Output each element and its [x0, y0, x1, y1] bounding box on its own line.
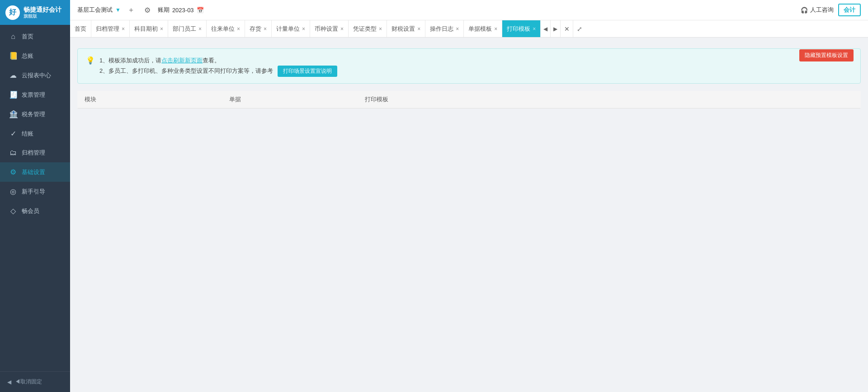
sidebar-item-general-ledger[interactable]: 📒总账: [0, 46, 70, 66]
tab-label-home: 首页: [75, 25, 86, 33]
tab-dept-staff[interactable]: 部门员工 ×: [168, 20, 207, 38]
sidebar-icon-invoice: 🧾: [9, 90, 17, 99]
tab-close-dept-staff[interactable]: ×: [198, 26, 202, 32]
col-print-template: 打印模板: [358, 91, 861, 108]
tab-close-counterparty[interactable]: ×: [237, 26, 240, 32]
tab-unit[interactable]: 计量单位 ×: [272, 20, 310, 38]
print-scene-button[interactable]: 打印场景设置宣说明: [278, 66, 337, 77]
data-table: 模块 单据 打印模板: [77, 91, 861, 109]
tab-close-tax-settings[interactable]: ×: [417, 26, 420, 32]
unpin-icon: ◀: [7, 379, 11, 385]
kuaiji-button[interactable]: 会计: [838, 4, 861, 16]
top-header: 基层工会测试 ▼ ＋ ⚙ 账期 2023-03 📅 🎧 人工咨询 会计: [70, 0, 868, 20]
notice-content: 1、模板添加成功后，请点击刷新新页面查看。 2、多员工、多打印机、多种业务类型设…: [99, 55, 852, 77]
sidebar-label-basic-settings: 基础设置: [22, 168, 45, 176]
sidebar-item-closing[interactable]: ✓结账: [0, 124, 70, 143]
hide-preview-button[interactable]: 隐藏预置模板设置: [799, 49, 854, 61]
tab-operation-log[interactable]: 操作日志 ×: [425, 20, 464, 38]
logo-text: 畅捷通好会计 旗舰版: [24, 6, 61, 19]
sidebar-item-guide[interactable]: ◎新手引导: [0, 182, 70, 201]
add-tab-button[interactable]: ＋: [125, 4, 137, 16]
sidebar-label-invoice: 发票管理: [22, 91, 45, 99]
tab-label-currency: 币种设置: [315, 25, 338, 33]
notice-icon: 💡: [86, 56, 95, 65]
tab-bar: 首页归档管理 ×科目期初 ×部门员工 ×往来单位 ×存货 ×计量单位 ×币种设置…: [70, 20, 868, 38]
tab-subject-period[interactable]: 科目期初 ×: [130, 20, 168, 38]
tab-label-voucher-type: 凭证类型: [353, 25, 377, 33]
kuaiji-label: 会计: [844, 6, 855, 13]
notice-line2-prefix: 2、多员工、多打印机、多种业务类型设置不同打印方案等，请参考: [99, 67, 273, 74]
sidebar-label-guide: 新手引导: [22, 188, 45, 196]
content-area: 隐藏预置模板设置 💡 1、模板添加成功后，请点击刷新新页面查看。 2、多员工、多…: [70, 38, 868, 392]
sidebar-label-reports: 云报表中心: [22, 71, 51, 80]
sidebar-icon-closing: ✓: [9, 129, 17, 138]
sidebar-item-invoice[interactable]: 🧾发票管理: [0, 85, 70, 104]
header-right: 🎧 人工咨询 会计: [801, 4, 861, 16]
tab-label-inventory: 存货: [250, 25, 261, 33]
logo-icon: 好: [5, 5, 20, 20]
notice-line1-link[interactable]: 点击刷新新页面: [161, 57, 203, 64]
sidebar-label-closing: 结账: [22, 130, 33, 138]
sidebar-item-member[interactable]: ◇畅会员: [0, 201, 70, 221]
tab-close-print-template[interactable]: ×: [533, 26, 536, 32]
tab-counterparty[interactable]: 往来单位 ×: [207, 20, 245, 38]
tab-label-subject-period: 科目期初: [134, 25, 158, 33]
tab-label-unit: 计量单位: [276, 25, 300, 33]
tab-close-all[interactable]: ✕: [561, 20, 573, 38]
tab-label-dept-staff: 部门员工: [173, 25, 196, 33]
sidebar-icon-reports: ☁: [9, 71, 17, 80]
sidebar-icon-home: ⌂: [9, 33, 17, 41]
tab-close-operation-log[interactable]: ×: [456, 26, 459, 32]
tab-close-single-template[interactable]: ×: [494, 26, 497, 32]
sidebar-item-basic-settings[interactable]: ⚙基础设置: [0, 162, 70, 182]
tab-print-template[interactable]: 打印模板 ×: [502, 20, 541, 38]
table-header: 模块 单据 打印模板: [77, 91, 861, 109]
content-wrapper: 隐藏预置模板设置 💡 1、模板添加成功后，请点击刷新新页面查看。 2、多员工、多…: [77, 45, 861, 109]
tab-single-template[interactable]: 单据模板 ×: [464, 20, 502, 38]
tab-close-subject-period[interactable]: ×: [160, 26, 163, 32]
col-document: 单据: [222, 91, 358, 108]
tab-close-archive-mgr[interactable]: ×: [122, 26, 125, 32]
sidebar-logo: 好 畅捷通好会计 旗舰版: [0, 0, 70, 25]
service-label: 人工咨询: [810, 6, 834, 14]
tab-close-currency[interactable]: ×: [340, 26, 344, 32]
tab-close-unit[interactable]: ×: [302, 26, 305, 32]
sidebar-item-reports[interactable]: ☁云报表中心: [0, 66, 70, 85]
sidebar-item-archive[interactable]: 🗂归档管理: [0, 143, 70, 162]
tab-tax-settings[interactable]: 财税设置 ×: [387, 20, 425, 38]
sidebar-item-home[interactable]: ⌂首页: [0, 27, 70, 46]
tab-currency[interactable]: 币种设置 ×: [310, 20, 349, 38]
calendar-icon[interactable]: 📅: [197, 7, 204, 14]
tab-close-voucher-type[interactable]: ×: [379, 26, 382, 32]
tab-inventory[interactable]: 存货 ×: [245, 20, 272, 38]
company-selector[interactable]: 基层工会测试 ▼: [77, 6, 121, 14]
company-dropdown-icon: ▼: [115, 7, 121, 13]
unpin-button[interactable]: ◀ ◀取消固定: [0, 371, 70, 392]
sidebar-label-tax: 税务管理: [22, 110, 45, 118]
period-info: 账期 2023-03 📅: [158, 6, 204, 14]
tab-voucher-type[interactable]: 凭证类型 ×: [349, 20, 387, 38]
sidebar-label-general-ledger: 总账: [22, 52, 33, 60]
sidebar-item-tax[interactable]: 🏦税务管理: [0, 104, 70, 124]
service-button[interactable]: 🎧 人工咨询: [801, 6, 834, 14]
unpin-label: ◀取消固定: [15, 378, 42, 386]
period-label: 账期: [158, 6, 170, 14]
company-name: 基层工会测试: [77, 6, 113, 14]
sidebar-icon-basic-settings: ⚙: [9, 168, 17, 176]
sidebar-icon-guide: ◎: [9, 187, 17, 196]
tab-expand[interactable]: ⤢: [573, 20, 586, 38]
notice-line-2: 2、多员工、多打印机、多种业务类型设置不同打印方案等，请参考 打印场景设置宣说明: [99, 66, 852, 77]
sidebar-icon-archive: 🗂: [9, 149, 17, 157]
headset-icon: 🎧: [801, 7, 808, 14]
tab-nav-prev[interactable]: ◀: [541, 20, 551, 38]
tab-nav-next[interactable]: ▶: [551, 20, 561, 38]
notice-line-1: 1、模板添加成功后，请点击刷新新页面查看。: [99, 55, 852, 66]
sidebar-icon-general-ledger: 📒: [9, 52, 17, 60]
tab-archive-mgr[interactable]: 归档管理 ×: [91, 20, 130, 38]
notice-box: 💡 1、模板添加成功后，请点击刷新新页面查看。 2、多员工、多打印机、多种业务类…: [77, 48, 861, 84]
tab-close-inventory[interactable]: ×: [264, 26, 267, 32]
tab-label-print-template: 打印模板: [507, 25, 530, 33]
tab-home[interactable]: 首页: [70, 20, 91, 38]
settings-button[interactable]: ⚙: [142, 4, 153, 16]
sidebar-navigation: ⌂首页📒总账☁云报表中心🧾发票管理🏦税务管理✓结账🗂归档管理⚙基础设置◎新手引导…: [0, 25, 70, 371]
